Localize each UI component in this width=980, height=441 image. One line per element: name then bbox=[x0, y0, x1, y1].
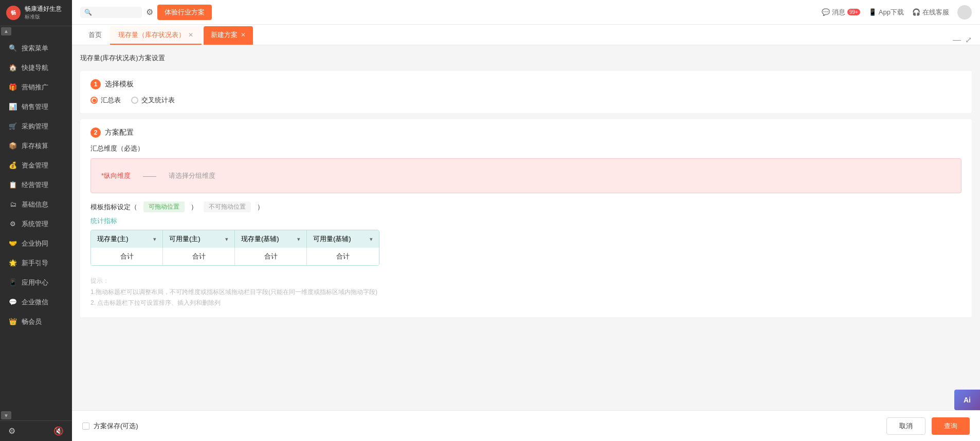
wechat-icon: 💬 bbox=[8, 298, 17, 307]
topbar: 🔍 ⚙ 体验行业方案 💬 消息 99+ 📱 App下载 🎧 在线客服 bbox=[72, 0, 980, 25]
sidebar-scroll-up[interactable]: ▲ bbox=[1, 27, 11, 35]
user-avatar[interactable] bbox=[957, 5, 972, 20]
sidebar-item-apps[interactable]: 📱 应用中心 bbox=[0, 273, 72, 292]
stat-table-body: 合计 合计 合计 合计 bbox=[91, 248, 379, 265]
message-icon: 💬 bbox=[822, 8, 830, 16]
app-download-button[interactable]: 📱 App下载 bbox=[868, 8, 904, 17]
sidebar-item-cooperation[interactable]: 🤝 企业协同 bbox=[0, 234, 72, 253]
money-icon: 💰 bbox=[8, 161, 17, 170]
content-area: 现存量(库存状况表)方案设置 1 选择模板 汇总表 交叉统计表 2 bbox=[72, 45, 980, 410]
app-name: 畅康通好生意 bbox=[25, 5, 62, 13]
radio-cross-table[interactable]: 交叉统计表 bbox=[131, 96, 175, 105]
indicator-settings-label: 模板指标设定（ bbox=[90, 203, 137, 212]
stat-cell-1: 合计 bbox=[163, 248, 235, 265]
star-icon: 🌟 bbox=[8, 259, 17, 268]
sidebar-item-purchase[interactable]: 🛒 采购管理 bbox=[0, 117, 72, 136]
search-icon: 🔍 bbox=[8, 44, 17, 53]
radio-summary-indicator bbox=[90, 97, 98, 104]
online-service-button[interactable]: 🎧 在线客服 bbox=[912, 8, 949, 17]
stat-cell-0: 合计 bbox=[91, 248, 163, 265]
mobile-icon: 📱 bbox=[8, 278, 17, 287]
page-title: 现存量(库存状况表)方案设置 bbox=[80, 53, 972, 63]
dim-section-label: 汇总维度（必选） bbox=[90, 144, 961, 153]
movable-badge: 可拖动位置 bbox=[143, 201, 185, 212]
radio-summary-table[interactable]: 汇总表 bbox=[90, 96, 121, 105]
template-radio-group: 汇总表 交叉统计表 bbox=[90, 96, 961, 105]
tips-item-1: 2. 点击标题栏下拉可设置排序、插入列和删除列 bbox=[90, 298, 961, 309]
tips-title: 提示： bbox=[90, 277, 109, 284]
sidebar-item-wechat[interactable]: 💬 企业微信 bbox=[0, 292, 72, 312]
gear-button[interactable]: ⚙ bbox=[146, 7, 153, 17]
sidebar-item-member[interactable]: 👑 畅会员 bbox=[0, 312, 72, 332]
indicator-settings: 模板指标设定（ 可拖动位置 ） 不可拖动位置 ） bbox=[90, 201, 961, 212]
tab-home[interactable]: 首页 bbox=[80, 26, 110, 45]
step1-number: 1 bbox=[90, 79, 101, 89]
sidebar-item-system[interactable]: ⚙ 系统管理 bbox=[0, 214, 72, 234]
app-logo: 畅 畅康通好生意 标准版 bbox=[0, 0, 72, 26]
topbar-right: 💬 消息 99+ 📱 App下载 🎧 在线客服 bbox=[822, 5, 972, 20]
cancel-button[interactable]: 取消 bbox=[886, 417, 925, 435]
dim-required-label: *纵向维度 bbox=[101, 171, 131, 180]
sidebar-item-guide[interactable]: 🌟 新手引导 bbox=[0, 253, 72, 273]
stat-col-header-0[interactable]: 现存量(主) ▾ bbox=[91, 230, 163, 248]
ai-float-button[interactable]: Ai bbox=[954, 390, 980, 410]
tab-inventory[interactable]: 现存量（库存状况表） ✕ bbox=[110, 26, 202, 45]
main-area: 🔍 ⚙ 体验行业方案 💬 消息 99+ 📱 App下载 🎧 在线客服 首页 bbox=[72, 0, 980, 441]
chevron-down-icon-0[interactable]: ▾ bbox=[153, 236, 156, 243]
sidebar-scroll-down[interactable]: ▼ bbox=[1, 411, 11, 419]
settings-icon[interactable]: ⚙ bbox=[8, 426, 15, 436]
clipboard-icon: 📋 bbox=[8, 180, 17, 190]
stat-col-header-2[interactable]: 现存量(基辅) ▾ bbox=[235, 230, 307, 248]
stat-label: 统计指标 bbox=[90, 216, 961, 226]
chart-icon: 📊 bbox=[8, 102, 17, 112]
sidebar-item-sales[interactable]: 📊 销售管理 bbox=[0, 97, 72, 117]
radio-cross-indicator bbox=[131, 97, 138, 104]
cart-icon: 🛒 bbox=[8, 122, 17, 131]
audio-icon[interactable]: 🔇 bbox=[53, 426, 64, 436]
trial-industry-button[interactable]: 体验行业方案 bbox=[157, 5, 212, 20]
dim-placeholder: 请选择分组维度 bbox=[169, 171, 215, 180]
tab-new-plan[interactable]: 新建方案 ✕ bbox=[204, 26, 253, 45]
fixed-badge: 不可拖动位置 bbox=[204, 201, 251, 212]
search-input[interactable]: 🔍 bbox=[80, 7, 142, 18]
dim-area[interactable]: *纵向维度 —— 请选择分组维度 bbox=[90, 158, 961, 193]
sidebar: 畅 畅康通好生意 标准版 ▲ 🔍 搜索菜单 🏠 快捷导航 🎁 营销推广 📊 销售… bbox=[0, 0, 72, 441]
sidebar-item-basic[interactable]: 🗂 基础信息 bbox=[0, 195, 72, 214]
bottom-buttons: 取消 查询 bbox=[886, 417, 970, 435]
message-button[interactable]: 💬 消息 99+ bbox=[822, 8, 860, 17]
chevron-down-icon-3[interactable]: ▾ bbox=[370, 236, 373, 243]
sidebar-nav: 🔍 搜索菜单 🏠 快捷导航 🎁 营销推广 📊 销售管理 🛒 采购管理 📦 库存核… bbox=[0, 36, 72, 410]
chevron-down-icon-2[interactable]: ▾ bbox=[297, 236, 300, 243]
sidebar-item-shortcut[interactable]: 🏠 快捷导航 bbox=[0, 58, 72, 78]
expand-button[interactable]: ⤢ bbox=[965, 35, 972, 45]
sidebar-item-search[interactable]: 🔍 搜索菜单 bbox=[0, 39, 72, 58]
tab-bar: 首页 现存量（库存状况表） ✕ 新建方案 ✕ — ⤢ bbox=[72, 25, 980, 45]
sidebar-item-operations[interactable]: 📋 经营管理 bbox=[0, 175, 72, 195]
step1-section: 1 选择模板 汇总表 交叉统计表 bbox=[80, 71, 972, 113]
sidebar-item-marketing[interactable]: 🎁 营销推广 bbox=[0, 78, 72, 97]
logo-icon: 畅 bbox=[6, 6, 21, 20]
stat-col-header-1[interactable]: 可用量(主) ▾ bbox=[163, 230, 235, 248]
sidebar-item-finance[interactable]: 💰 资金管理 bbox=[0, 156, 72, 175]
stat-col-header-3[interactable]: 可用量(基辅) ▾ bbox=[307, 230, 379, 248]
headset-icon: 🎧 bbox=[912, 8, 920, 16]
stat-cell-2: 合计 bbox=[235, 248, 307, 265]
query-button[interactable]: 查询 bbox=[932, 417, 970, 435]
folder-icon: 🗂 bbox=[8, 200, 17, 209]
step2-title: 方案配置 bbox=[105, 128, 134, 137]
minimize-button[interactable]: — bbox=[953, 35, 961, 45]
gift-icon: 🎁 bbox=[8, 83, 17, 92]
tips-section: 提示： 1.拖动标题栏可以调整布局，不可跨维度或指标区域拖动栏目字段(只能在同一… bbox=[90, 275, 961, 309]
tips-item-0: 1.拖动标题栏可以调整布局，不可跨维度或指标区域拖动栏目字段(只能在同一维度或指… bbox=[90, 287, 961, 298]
stat-table: 现存量(主) ▾ 可用量(主) ▾ 现存量(基辅) ▾ 可用量(基辅) ▾ bbox=[90, 230, 379, 266]
handshake-icon: 🤝 bbox=[8, 239, 17, 248]
step1-title: 选择模板 bbox=[105, 80, 134, 89]
phone-icon: 📱 bbox=[868, 8, 877, 16]
tab-inventory-close[interactable]: ✕ bbox=[188, 31, 193, 39]
save-checkbox[interactable] bbox=[82, 422, 89, 430]
chevron-down-icon-1[interactable]: ▾ bbox=[225, 236, 228, 243]
save-option[interactable]: 方案保存(可选) bbox=[82, 421, 138, 431]
app-version: 标准版 bbox=[25, 13, 62, 21]
tab-new-plan-close[interactable]: ✕ bbox=[241, 31, 246, 39]
sidebar-item-inventory[interactable]: 📦 库存核算 bbox=[0, 136, 72, 156]
